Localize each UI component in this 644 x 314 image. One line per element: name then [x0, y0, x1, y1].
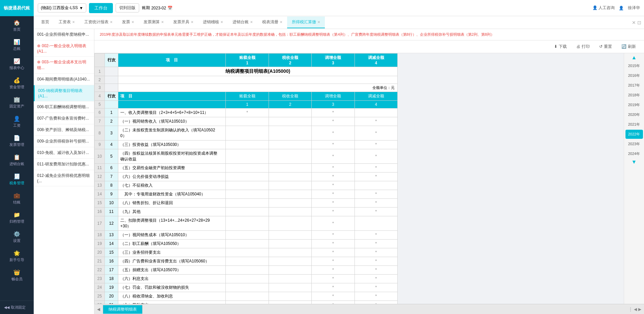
year-2020[interactable]: 2020年: [625, 110, 643, 119]
download-button[interactable]: ⬇ 下载: [551, 42, 570, 51]
tab-home[interactable]: 首页: [36, 17, 54, 28]
company-selector[interactable]: (物副) 江西股金-LSS ▼: [38, 3, 86, 12]
tab-payroll-stats-close[interactable]: ✕: [110, 20, 113, 24]
sidebar-item-purchase-sales[interactable]: 📋 进销台账: [0, 151, 34, 170]
table-row: 25 20 （八）税收滞纳金、加收利息 * *: [95, 292, 398, 301]
maximize-tab[interactable]: ⊡: [637, 20, 641, 25]
human-service-button[interactable]: 👤 人工咨询: [592, 5, 615, 11]
sidebar-item-reports[interactable]: 📈 报表中心: [0, 55, 34, 74]
sidebar-item-guide[interactable]: 🌟 新手引导: [0, 247, 34, 266]
year-2024[interactable]: 2024年: [625, 149, 643, 158]
scroll-left-bottom[interactable]: ▶: [638, 307, 641, 312]
tab-tax-clear[interactable]: 税表清册✕: [257, 17, 287, 28]
left-item-008[interactable]: 008-资产折旧、摊销及纳税...: [34, 124, 94, 136]
print-button[interactable]: 🖨 打印: [574, 42, 592, 51]
user-avatar[interactable]: 👤: [619, 6, 624, 10]
reset-label: 重置: [604, 44, 612, 50]
left-item-011[interactable]: 011-研发费用加计扣除优惠...: [34, 159, 94, 170]
table-row: 3 全额单位：元: [95, 84, 398, 92]
old-version-button[interactable]: 切到旧版: [116, 3, 139, 12]
tab-payroll[interactable]: 工资表✕: [54, 17, 80, 28]
tab-invoice-calc[interactable]: 发票测算✕: [139, 17, 168, 28]
close-all-tabs[interactable]: ✕: [632, 20, 636, 25]
tab-check[interactable]: 进销稽核✕: [198, 17, 228, 28]
sidebar-label-settings: 设置: [13, 238, 21, 243]
year-2023[interactable]: 2023年: [625, 139, 643, 149]
tab-tax-clear-close[interactable]: ✕: [280, 20, 282, 24]
year-2016[interactable]: 2016年: [625, 71, 643, 80]
year-up-button[interactable]: ▲: [632, 55, 637, 61]
left-item-012[interactable]: 012-减免企业所得税优惠明细(...: [34, 170, 94, 186]
sidebar-item-member[interactable]: 👑 畅会员: [0, 266, 34, 285]
left-item-009[interactable]: 009-企业所得税弥补亏损明...: [34, 136, 94, 147]
pin-icon: ◀◀: [4, 305, 9, 310]
left-item-002[interactable]: ⊗002-一般企业收入明细表(A1...: [34, 40, 94, 57]
left-item-001[interactable]: 001-企业所得税年度纳税申...: [34, 29, 94, 40]
sidebar-label-archive: 归档管理: [9, 219, 24, 224]
reset-button[interactable]: ↺ 重置: [596, 42, 615, 51]
left-item-005[interactable]: 005-纳税调整项目明细表(A1...: [34, 85, 94, 101]
content-area: 001-企业所得税年度纳税申... ⊗002-一般企业收入明细表(A1... ⊗…: [34, 29, 644, 314]
table-row: 10 5 （四）按权益法核算长期股权投资对初始投资成本调整确认收益 * *: [95, 149, 398, 163]
calendar-icon[interactable]: 📅: [167, 6, 173, 10]
left-item-006[interactable]: 006-职工薪酬纳税调整明细...: [34, 101, 94, 113]
cell-col2-h: 税收全额: [269, 92, 311, 100]
tab-ledger[interactable]: 进销台账✕: [228, 17, 257, 28]
left-item-004[interactable]: 004-期间费用明细表(A1040...: [34, 74, 94, 85]
sidebar-item-closing[interactable]: 💼 结账: [0, 189, 34, 208]
sidebar-item-invoice[interactable]: 📄 发票管理: [0, 131, 34, 151]
unpin-label: 取消固定: [11, 305, 26, 310]
left-item-010[interactable]: 010-免税、减计收入及加计...: [34, 147, 94, 159]
tab-ledger-close[interactable]: ✕: [250, 20, 253, 24]
workbench-button[interactable]: 工作台: [89, 3, 113, 13]
year-down-button[interactable]: ▼: [632, 159, 637, 165]
scroll-right-bottom[interactable]: ◀: [634, 307, 637, 312]
sidebar-item-assets[interactable]: 🏢 固定资产: [0, 93, 34, 112]
tab-income-tax-label: 所得税汇算缴: [292, 19, 316, 25]
col-rownum-header: [95, 53, 105, 67]
tab-invoice-close[interactable]: ✕: [131, 20, 134, 24]
year-2017[interactable]: 2017年: [625, 81, 643, 90]
left-item-007[interactable]: 007-广告费和业务宣传费时...: [34, 113, 94, 124]
tab-invoice-calc-close[interactable]: ✕: [161, 20, 164, 24]
table-row: 11 6 （五）交易性金融资产初始投资调整 * *: [95, 163, 398, 172]
sidebar-item-tax[interactable]: 🧾 税务管理: [0, 170, 34, 189]
year-2022[interactable]: 2022年: [625, 130, 643, 139]
tab-invoice[interactable]: 发票✕: [117, 17, 139, 28]
ledger-icon: 📊: [13, 39, 20, 45]
tab-payroll-stats[interactable]: 工资统计报表✕: [80, 17, 117, 28]
sidebar-item-payroll[interactable]: 👤 工资: [0, 112, 34, 131]
sidebar-item-ledger[interactable]: 📊 总账: [0, 35, 34, 55]
sidebar-item-funds[interactable]: 💰 资金管理: [0, 74, 34, 93]
unpin-button[interactable]: ◀◀ 取消固定: [3, 304, 31, 311]
scroll-left[interactable]: ◀: [97, 307, 100, 312]
sidebar-item-settings[interactable]: ⚙️ 设置: [0, 227, 34, 247]
guide-icon: 🌟: [13, 250, 20, 256]
tab-invoice-open-close[interactable]: ✕: [191, 20, 193, 24]
col-3-header: 调增全额3: [312, 53, 355, 67]
sidebar-item-home[interactable]: 🏠 首页: [0, 16, 34, 35]
tab-check-close[interactable]: ✕: [220, 20, 223, 24]
tab-payroll-close[interactable]: ✕: [72, 20, 75, 24]
invoice-icon: 📄: [13, 135, 20, 141]
spreadsheet-container[interactable]: 行次 项 目 账载全额1 税收全额2 调增全额3 调减全额4 1: [94, 53, 624, 304]
tab-invoice-open[interactable]: 发票开具✕: [168, 17, 198, 28]
tab-income-tax-close[interactable]: ✕: [317, 20, 320, 24]
sidebar-label-tax: 税务管理: [9, 181, 24, 186]
bottom-tab-adjust[interactable]: 纳税调整明细表: [103, 305, 143, 314]
table-row: 22 17 （五）捐赠支出（填写A105070） * *: [95, 265, 398, 274]
settings-icon: ⚙️: [13, 231, 20, 237]
year-2019[interactable]: 2019年: [625, 100, 643, 109]
year-2015[interactable]: 2015年: [625, 61, 643, 70]
tab-income-tax[interactable]: 所得税汇算缴✕: [287, 17, 325, 28]
tab-check-label: 进销稽核: [203, 19, 219, 25]
scrollbar-indicator: ⋮: [628, 307, 633, 312]
table-row: 15 10 （八）销售折扣、折让和退回 * *: [95, 198, 398, 207]
sidebar-item-archive[interactable]: 📁 归档管理: [0, 208, 34, 227]
left-item-003[interactable]: ⊗003-一般企业成本支出明细...: [34, 57, 94, 74]
year-2018[interactable]: 2018年: [625, 91, 643, 100]
table-row: 8 3 （二）未按权责发生制原则确认的收入（填写A105020） * *: [95, 126, 398, 140]
sidebar-label-assets: 固定资产: [9, 104, 24, 109]
refresh-button[interactable]: 🔄 刷新: [619, 42, 639, 51]
year-2021[interactable]: 2021年: [625, 120, 643, 129]
